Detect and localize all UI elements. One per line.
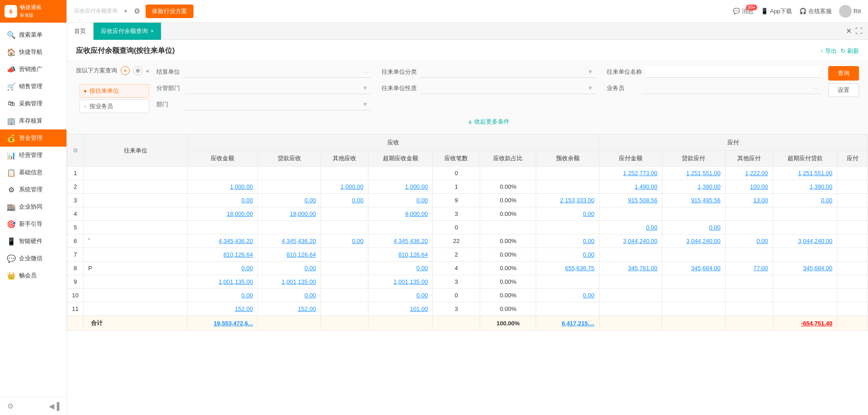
sidebar-item-quick-nav[interactable]: 🏠 快捷导航 bbox=[0, 43, 66, 61]
sidebar-item-enterprise[interactable]: 🏬 企业协同 bbox=[0, 198, 66, 215]
table-cell[interactable]: 0.00 bbox=[188, 289, 258, 302]
table-cell[interactable]: 0.00 bbox=[773, 194, 837, 207]
sidebar-item-hardware[interactable]: 📱 智能硬件 bbox=[0, 233, 66, 250]
table-cell[interactable]: 3,044,240.00 bbox=[662, 234, 725, 248]
sidebar-settings-icon[interactable]: ⚙ bbox=[7, 402, 14, 410]
table-cell[interactable]: 0.00 bbox=[188, 262, 258, 275]
dept2-select[interactable]: ▼ bbox=[185, 99, 371, 110]
table-cell[interactable]: 0.00 bbox=[599, 221, 662, 234]
filter-collapse-button[interactable]: « bbox=[146, 67, 149, 74]
table-cell[interactable]: 0.00 bbox=[536, 207, 599, 221]
table-cell[interactable]: 0.00 bbox=[368, 194, 432, 207]
industry-solution-button[interactable]: 体验行业方案 bbox=[146, 5, 193, 18]
table-cell[interactable]: 345,761.00 bbox=[599, 262, 662, 275]
counterpart-name-input[interactable] bbox=[646, 66, 821, 78]
table-cell[interactable]: 0.00 bbox=[368, 262, 432, 275]
filter-add-button[interactable]: + bbox=[121, 66, 130, 75]
table-cell[interactable]: 4,345,436.20 bbox=[188, 234, 258, 248]
close-window-icon[interactable]: ✕ bbox=[846, 27, 852, 35]
table-cell[interactable]: 915,508.56 bbox=[599, 194, 662, 207]
table-cell[interactable]: 0.00 bbox=[368, 289, 432, 302]
sidebar-item-basic-info[interactable]: 📋 基础信息 bbox=[0, 164, 66, 181]
table-cell[interactable]: 0.00 bbox=[536, 234, 599, 248]
table-cell[interactable]: 152.00 bbox=[258, 302, 321, 316]
footer-prepaid-total[interactable]: 6,417,215.... bbox=[536, 316, 599, 331]
table-cell[interactable]: 0.00 bbox=[258, 289, 321, 302]
counterpart-category-select[interactable]: ▼ bbox=[420, 66, 596, 78]
scheme-counterpart-button[interactable]: ● 按往来单位 bbox=[80, 84, 149, 98]
table-cell[interactable]: 810,126.64 bbox=[188, 248, 258, 262]
table-cell[interactable]: 3,044,240.00 bbox=[599, 234, 662, 248]
table-cell[interactable]: 0.00 bbox=[321, 234, 368, 248]
footer-receivable-total[interactable]: 19,553,472,6... bbox=[188, 316, 258, 331]
table-cell[interactable]: 345,684.00 bbox=[773, 262, 837, 275]
filter-collapse-row[interactable]: ∧ 收起更多条件 bbox=[156, 115, 821, 129]
setting-button[interactable]: 设置 bbox=[828, 83, 859, 97]
table-cell[interactable]: 0.00 bbox=[725, 234, 773, 248]
messages-button[interactable]: 💬 消息 99+ bbox=[733, 7, 754, 15]
table-cell[interactable]: 152.00 bbox=[188, 302, 258, 316]
table-cell[interactable]: 1,251,551.00 bbox=[662, 167, 725, 180]
table-cell[interactable]: 0.00 bbox=[258, 262, 321, 275]
sidebar-item-inventory[interactable]: 🏢 库存核算 bbox=[0, 112, 66, 129]
table-cell[interactable]: 18,000.00 bbox=[188, 207, 258, 221]
sidebar-item-guide[interactable]: 🎯 新手引导 bbox=[0, 215, 66, 233]
table-cell[interactable]: 4,345,436.20 bbox=[258, 234, 321, 248]
table-cell[interactable]: 1,001,135.00 bbox=[368, 275, 432, 289]
counterpart-nature-select[interactable]: ▼ bbox=[420, 82, 596, 94]
table-cell[interactable]: 4,345,436.20 bbox=[368, 234, 432, 248]
filter-scheme-settings-button[interactable]: ⊕ bbox=[133, 66, 142, 75]
th-settings[interactable]: ⚙ bbox=[67, 135, 84, 167]
sidebar-item-system[interactable]: ⚙ 系统管理 bbox=[0, 181, 66, 198]
sidebar-item-search-menu[interactable]: 🔍 搜索菜单 bbox=[0, 26, 66, 43]
topbar-gear-icon[interactable]: ⚙ bbox=[134, 7, 140, 15]
table-cell[interactable]: 0.00 bbox=[536, 289, 599, 302]
table-cell[interactable]: 1,001,135.00 bbox=[188, 275, 258, 289]
sidebar-item-marketing[interactable]: 📣 营销推广 bbox=[0, 61, 66, 78]
table-cell[interactable]: 3,044,240.00 bbox=[773, 234, 837, 248]
table-cell[interactable]: 810,126.64 bbox=[368, 248, 432, 262]
query-button[interactable]: 查询 bbox=[828, 66, 859, 81]
table-cell[interactable]: 101.00 bbox=[368, 302, 432, 316]
table-cell[interactable]: 1,251,551.00 bbox=[773, 167, 837, 180]
table-cell[interactable]: 0.00 bbox=[536, 248, 599, 262]
sidebar-item-wechat[interactable]: 💬 企业微信 bbox=[0, 250, 66, 267]
table-cell[interactable]: 345,684.00 bbox=[662, 262, 725, 275]
expand-window-icon[interactable]: ⛶ bbox=[855, 27, 863, 35]
tab-active[interactable]: 应收应付余额查询 × bbox=[94, 23, 161, 40]
refresh-button[interactable]: ↻ 刷新 bbox=[840, 47, 859, 55]
table-cell[interactable]: 915,495.56 bbox=[662, 194, 725, 207]
app-download-button[interactable]: 📱 App下载 bbox=[761, 7, 792, 15]
table-cell[interactable]: 18,000.00 bbox=[258, 207, 321, 221]
sidebar-collapse-icon[interactable]: ◀▐ bbox=[49, 402, 59, 410]
table-cell[interactable]: 810,126.64 bbox=[258, 248, 321, 262]
table-cell[interactable]: 1,000.00 bbox=[188, 180, 258, 194]
breadcrumb-dropdown-icon[interactable]: ▼ bbox=[123, 8, 128, 14]
table-cell[interactable]: 0.00 bbox=[321, 194, 368, 207]
table-cell[interactable]: 0.00 bbox=[258, 194, 321, 207]
table-cell[interactable]: 1,222.00 bbox=[725, 167, 773, 180]
table-cell[interactable]: 9,000.00 bbox=[368, 207, 432, 221]
sidebar-item-finance[interactable]: 💰 资金管理 bbox=[0, 129, 66, 147]
footer-payable-total[interactable]: -654,751.40 bbox=[773, 316, 837, 331]
table-cell[interactable]: 100.00 bbox=[725, 180, 773, 194]
sidebar-item-purchase[interactable]: 🛍 采购管理 bbox=[0, 95, 66, 112]
tab-home[interactable]: 首页 bbox=[67, 23, 94, 40]
salesman-input[interactable]: ··· bbox=[642, 82, 821, 94]
table-cell[interactable]: 77.00 bbox=[725, 262, 773, 275]
table-cell[interactable]: 1,490.00 bbox=[599, 180, 662, 194]
user-avatar-button[interactable]: Rit bbox=[839, 5, 861, 18]
table-cell[interactable]: 655,636.75 bbox=[536, 262, 599, 275]
tab-close-icon[interactable]: × bbox=[151, 28, 154, 34]
settlement-unit-input[interactable]: ··· bbox=[185, 66, 371, 78]
table-cell[interactable]: 1,252,773.00 bbox=[599, 167, 662, 180]
online-service-button[interactable]: 🎧 在线客服 bbox=[799, 7, 832, 15]
table-cell[interactable]: 0.00 bbox=[662, 221, 725, 234]
table-cell[interactable]: 1,000.00 bbox=[321, 180, 368, 194]
export-button[interactable]: ↑ 导出 bbox=[821, 47, 837, 55]
table-cell[interactable]: 13.00 bbox=[725, 194, 773, 207]
dept-select[interactable]: ▼ bbox=[185, 82, 371, 94]
table-cell[interactable]: 2,153,333.00 bbox=[536, 194, 599, 207]
scheme-salesman-button[interactable]: ○ 按业务员 bbox=[80, 100, 149, 113]
table-cell[interactable]: 1,000.00 bbox=[368, 180, 432, 194]
